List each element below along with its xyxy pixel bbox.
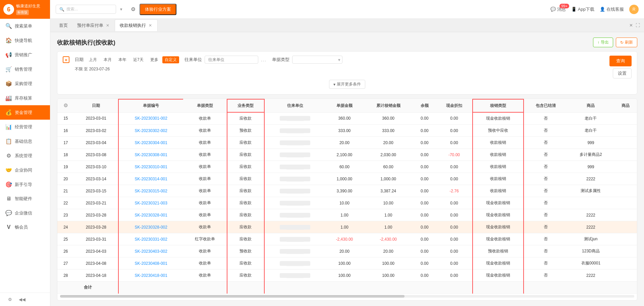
table-row[interactable]: 16 2023-03-02 SK-20230302-002 收款单 预收款 ██…: [57, 125, 637, 137]
tab-fullscreen-icon[interactable]: ⛶: [636, 23, 640, 28]
scrollbar-thumb[interactable]: [60, 295, 405, 298]
doc-no-link[interactable]: SK-20230315-002: [135, 189, 167, 193]
refresh-btn[interactable]: ↻ 刷新: [616, 38, 637, 47]
topbar-search[interactable]: 🔍 搜索...: [56, 5, 116, 14]
sidebar-item-finance[interactable]: 💰 资金管理: [0, 105, 50, 120]
filter-expand-btn[interactable]: ▾ 展开更多条件: [329, 80, 365, 89]
cell-balance: 0.00: [413, 185, 436, 197]
sidebar-item-hardware[interactable]: 🖥 智能硬件: [0, 192, 50, 206]
doc-no-link[interactable]: SK-20230302-002: [135, 128, 167, 133]
setting-btn[interactable]: 设置: [613, 68, 632, 78]
filter-toggle-btn[interactable]: »: [63, 56, 69, 63]
th-settings[interactable]: ⚙: [57, 99, 74, 112]
table-row[interactable]: 27 2023-04-08 SK-20230408-001 收款单 应收款 ██…: [57, 257, 637, 269]
table-row[interactable]: 21 2023-03-15 SK-20230315-002 收款单 应收款 ██…: [57, 185, 637, 197]
topbar-dropdown-arrow[interactable]: ▾: [120, 7, 127, 12]
tab-receipt-cancel[interactable]: 收款核销执行 ✕: [115, 19, 158, 31]
sidebar-collapse-btn[interactable]: ◀◀: [16, 296, 28, 303]
doc-no-link[interactable]: SK-20230328-001: [135, 213, 167, 218]
settings-col-icon[interactable]: ⚙: [63, 103, 68, 108]
doc-no-link[interactable]: SK-20230403-002: [135, 249, 167, 254]
doc-no-link[interactable]: SK-20230314-001: [135, 177, 167, 181]
filter-counterparty-dots[interactable]: ...: [261, 57, 267, 62]
doc-no-link[interactable]: SK-20230331-002: [135, 237, 167, 242]
query-btn[interactable]: 查询: [609, 56, 632, 66]
tab-home[interactable]: 首页: [54, 20, 72, 31]
table-row[interactable]: 28 2023-04-18 SK-20230418-001 收款单 应收款 ██…: [57, 269, 637, 282]
cell-doc-type: 收款单: [183, 209, 227, 221]
doc-no-link[interactable]: SK-20230418-001: [135, 273, 167, 278]
filter-receipt-type-select[interactable]: 收款单 红字收款单: [292, 56, 342, 64]
topbar-message-btn[interactable]: 💬 消息 99+: [550, 6, 566, 12]
cell-product2: [614, 137, 637, 149]
sidebar-item-basic[interactable]: 📋 基础信息: [0, 134, 50, 148]
table-row[interactable]: 26 2023-04-03 SK-20230403-002 收款单 预收款 ██…: [57, 245, 637, 257]
cell-cancel-type: 预收中应收: [473, 125, 524, 137]
filter-date-7days[interactable]: 近7天: [130, 56, 146, 64]
filter-counterparty-input[interactable]: [205, 56, 258, 64]
filter-date-this-month[interactable]: 本月: [101, 56, 114, 64]
doc-no-link[interactable]: SK-20230321-003: [135, 201, 167, 205]
doc-no-link[interactable]: SK-20230301-002: [135, 116, 167, 121]
sidebar-settings-btn[interactable]: ⚙: [5, 296, 15, 303]
cell-balance: 0.00: [413, 233, 436, 245]
table-row[interactable]: 24 2023-03-28 SK-20230328-002 收款单 应收款 ██…: [57, 221, 637, 233]
sidebar-item-member[interactable]: V 畅会员: [0, 220, 50, 234]
doc-no-link[interactable]: SK-20230328-002: [135, 225, 167, 230]
table-row[interactable]: 23 2023-03-28 SK-20230328-001 收款单 应收款 ██…: [57, 209, 637, 221]
sidebar-item-search[interactable]: 🔍 搜索菜单: [0, 19, 50, 33]
doc-no-link[interactable]: SK-20230310-001: [135, 165, 167, 169]
cell-cancel-type: 现金收款核销: [473, 209, 524, 221]
sidebar-item-wechat[interactable]: 💬 企业微信: [0, 206, 50, 220]
filter-date-more[interactable]: 更多: [148, 56, 161, 64]
filter-date-this-year[interactable]: 本年: [116, 56, 129, 64]
guide-icon: 🎯: [5, 181, 12, 188]
cell-date: 2023-04-08: [74, 257, 118, 269]
cell-include-settled: 否: [524, 221, 567, 233]
table-row[interactable]: 15 2023-03-01 SK-20230301-002 收款单 应收款 ██…: [57, 112, 637, 125]
sidebar-item-nav[interactable]: 🏠 快捷导航: [0, 33, 50, 48]
filter-query-btns: 查询 设置: [609, 56, 632, 78]
doc-no-link[interactable]: SK-20230304-001: [135, 140, 167, 145]
th-balance: 余额: [413, 99, 436, 112]
doc-no-link[interactable]: SK-20230308-001: [135, 152, 167, 157]
tab-receipt-cancel-close[interactable]: ✕: [148, 22, 153, 28]
table-total-row: 合计: [57, 282, 637, 294]
tab-prepayment-label: 预付单应付单: [77, 22, 103, 28]
topbar-service-btn[interactable]: 👤 在线客服: [600, 6, 624, 12]
sidebar-item-marketing[interactable]: 📢 营销推广: [0, 48, 50, 62]
cell-id: 20: [57, 173, 74, 185]
topbar-solution-btn[interactable]: 体验行业方案: [140, 4, 176, 15]
sidebar-item-guide[interactable]: 🎯 新手引导: [0, 177, 50, 192]
cell-cash-discount: 0.00: [436, 245, 473, 257]
table-row[interactable]: 25 2023-03-31 SK-20230331-002 红字收款单 应收款 …: [57, 233, 637, 245]
cell-id: 22: [57, 197, 74, 209]
table-scrollbar[interactable]: [60, 295, 634, 298]
topbar-gear-icon[interactable]: ⚙: [131, 6, 136, 12]
cell-amount: 333.00: [326, 125, 364, 137]
sidebar-item-sales[interactable]: 🛒 销售管理: [0, 62, 50, 76]
sidebar-item-collab[interactable]: 🤝 企业协同: [0, 163, 50, 177]
filter-date-last-month[interactable]: 上月: [86, 56, 100, 64]
table-row[interactable]: 17 2023-03-04 SK-20230304-001 收款单 应收款 ██…: [57, 137, 637, 149]
topbar-avatar[interactable]: R: [629, 5, 639, 14]
table-row[interactable]: 18 2023-03-08 SK-20230308-001 收款单 应收款 ██…: [57, 149, 637, 161]
tab-prepayment-close[interactable]: ✕: [105, 22, 110, 28]
table-row[interactable]: 22 2023-03-21 SK-20230321-003 收款单 应收款 ██…: [57, 197, 637, 209]
table-row[interactable]: 19 2023-03-10 SK-20230310-001 收款单 应收款 ██…: [57, 161, 637, 173]
system-icon: ⚙: [5, 152, 12, 159]
tab-close-all-icon[interactable]: ✕: [629, 23, 633, 28]
sidebar-item-purchase[interactable]: 📦 采购管理: [0, 76, 50, 91]
cell-cumulative: 1.00: [363, 209, 413, 221]
cell-cash-discount: 0.00: [436, 209, 473, 221]
export-btn[interactable]: ↑ 导出: [593, 38, 613, 47]
doc-no-link[interactable]: SK-20230408-001: [135, 261, 167, 266]
sidebar-item-inventory[interactable]: 🏭 库存核算: [0, 91, 50, 105]
topbar-app-btn[interactable]: 📱 App下载: [571, 6, 594, 12]
page-actions: ↑ 导出 ↻ 刷新: [593, 38, 637, 47]
sidebar-item-operation[interactable]: 📊 经营管理: [0, 120, 50, 134]
sidebar-item-system[interactable]: ⚙ 系统管理: [0, 148, 50, 163]
tab-prepayment[interactable]: 预付单应付单 ✕: [72, 20, 115, 31]
filter-date-custom[interactable]: 自定义: [162, 56, 179, 63]
table-row[interactable]: 20 2023-03-14 SK-20230314-001 收款单 应收款 ██…: [57, 173, 637, 185]
